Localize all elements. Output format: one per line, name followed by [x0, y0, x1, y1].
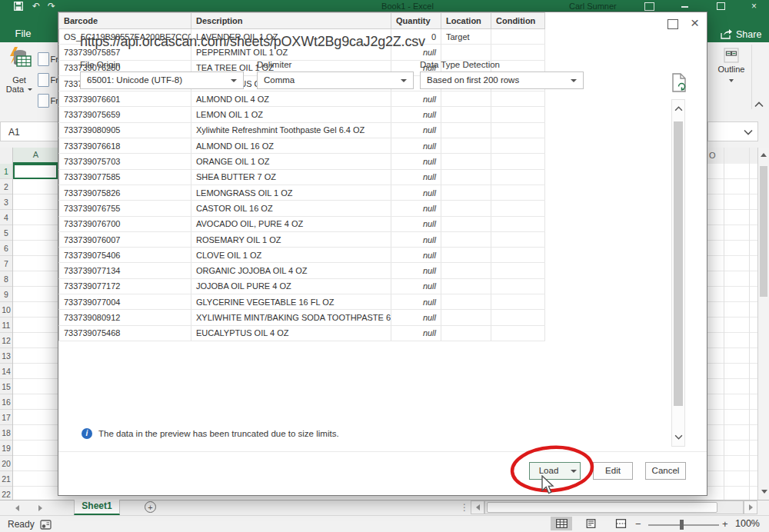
preview-scrollbar[interactable]: [671, 99, 685, 447]
share-icon: [720, 28, 732, 40]
scroll-down-icon[interactable]: [674, 434, 683, 440]
sheet-tab-sheet1[interactable]: Sheet1: [74, 500, 120, 515]
row-header[interactable]: 19: [0, 441, 12, 456]
row-header[interactable]: 17: [0, 410, 12, 425]
load-button[interactable]: Load: [529, 462, 568, 480]
select-all-corner[interactable]: [0, 148, 13, 164]
sheet-nav-prev-icon[interactable]: [15, 505, 19, 511]
preview-cell: null: [391, 278, 441, 294]
row-header[interactable]: 16: [0, 394, 12, 410]
formula-bar-expand-icon[interactable]: [744, 129, 753, 135]
preview-cell: [491, 122, 545, 138]
preview-cell: LEMON OIL 1 OZ: [191, 107, 391, 122]
column-header-a[interactable]: A: [13, 148, 58, 164]
view-normal-button[interactable]: [551, 517, 572, 530]
row-header[interactable]: 11: [0, 318, 12, 333]
column-a-cells[interactable]: [13, 164, 58, 502]
preview-cell: null: [391, 154, 441, 169]
row-header[interactable]: 5: [0, 225, 12, 241]
vertical-scrollbar-thumb[interactable]: [760, 166, 767, 297]
row-header[interactable]: 1: [0, 164, 12, 179]
horizontal-scrollbar-thumb[interactable]: [487, 502, 717, 513]
refresh-preview-icon[interactable]: [671, 73, 687, 92]
preview-column-header[interactable]: Quantity: [391, 13, 441, 29]
row-header[interactable]: 9: [0, 287, 12, 302]
ribbon-display-options-icon[interactable]: [644, 2, 654, 11]
get-data-button[interactable]: Get Data: [2, 46, 37, 112]
edit-button[interactable]: Edit: [593, 462, 633, 480]
preview-column-header[interactable]: Barcode: [59, 13, 191, 29]
zoom-in-button[interactable]: +: [722, 518, 728, 530]
row-header[interactable]: 18: [0, 425, 12, 441]
dialog-close-icon[interactable]: ×: [691, 13, 699, 33]
zoom-slider-thumb[interactable]: [680, 520, 684, 530]
row-header[interactable]: 14: [0, 364, 12, 379]
preview-column-header[interactable]: Location: [441, 13, 491, 29]
view-page-break-button[interactable]: [610, 517, 631, 530]
zoom-slider[interactable]: [648, 524, 719, 526]
scroll-up-icon[interactable]: [761, 153, 767, 157]
ribbon-from-button[interactable]: Fr: [38, 48, 58, 69]
cancel-button[interactable]: Cancel: [645, 462, 686, 480]
row-header[interactable]: 4: [0, 210, 12, 225]
macro-record-icon[interactable]: [40, 520, 52, 530]
dialog-restore-icon[interactable]: [667, 19, 678, 29]
zoom-level[interactable]: 100%: [735, 518, 760, 529]
row-header[interactable]: 13: [0, 348, 12, 364]
row-header[interactable]: 3: [0, 195, 12, 210]
row-header[interactable]: 6: [0, 241, 12, 256]
row-header[interactable]: 10: [0, 302, 12, 318]
scroll-down-icon[interactable]: [761, 490, 767, 494]
tab-splitter-handle[interactable]: ⋮: [460, 500, 469, 515]
hscroll-right-button[interactable]: [744, 500, 757, 514]
outline-button[interactable]: Outline: [712, 45, 751, 112]
undo-icon[interactable]: ↶: [32, 2, 40, 11]
redo-icon[interactable]: ↷: [48, 2, 55, 11]
row-header[interactable]: 21: [0, 471, 12, 487]
zoom-out-button[interactable]: −: [635, 518, 641, 530]
collapse-ribbon-icon[interactable]: [754, 101, 764, 108]
formula-bar[interactable]: [707, 121, 758, 141]
preview-cell: [441, 231, 491, 247]
get-data-label-line1: Get: [2, 75, 37, 85]
preview-cell: [491, 138, 545, 154]
save-icon[interactable]: [14, 2, 23, 11]
scroll-up-icon[interactable]: [674, 106, 683, 111]
preview-scrollbar-thumb[interactable]: [674, 121, 683, 406]
hscroll-left-button[interactable]: [471, 500, 484, 514]
minimize-icon[interactable]: [681, 6, 688, 8]
maximize-icon[interactable]: [717, 2, 725, 10]
load-dropdown-button[interactable]: [568, 462, 581, 480]
preview-table-row: 733739077172JOJOBA OIL PURE 4 OZnull: [59, 278, 545, 294]
row-header[interactable]: 7: [0, 256, 12, 271]
file-origin-select[interactable]: 65001: Unicode (UTF-8): [80, 71, 244, 89]
chevron-down-icon: [571, 79, 577, 82]
row-header[interactable]: 20: [0, 456, 12, 471]
view-page-layout-button[interactable]: [580, 517, 601, 530]
row-header[interactable]: 15: [0, 379, 12, 394]
share-button[interactable]: Share: [720, 28, 761, 40]
outline-label: Outline: [712, 65, 751, 74]
window-title: Book1 - Excel: [323, 2, 492, 11]
grid-fragment[interactable]: [707, 164, 757, 500]
name-box[interactable]: A1: [0, 121, 58, 141]
row-header[interactable]: 2: [0, 179, 12, 195]
add-sheet-button[interactable]: +: [145, 501, 156, 513]
chevron-down-icon: [729, 79, 734, 82]
row-header[interactable]: 12: [0, 333, 12, 348]
data-type-detection-select[interactable]: Based on first 200 rows: [420, 71, 584, 89]
preview-column-header[interactable]: Condition: [491, 13, 545, 29]
selected-cell-a1[interactable]: [13, 164, 58, 179]
file-tab[interactable]: File: [6, 25, 40, 42]
ribbon-from-button[interactable]: Fr: [38, 90, 58, 111]
preview-column-header[interactable]: Description: [191, 13, 391, 29]
row-header[interactable]: 8: [0, 271, 12, 287]
ribbon-from-button[interactable]: Fr: [38, 69, 58, 90]
document-icon: [38, 94, 49, 108]
sheet-nav-next-icon[interactable]: [38, 505, 42, 511]
preview-cell: ALMOND OIL 4 OZ: [191, 91, 391, 107]
vertical-scrollbar[interactable]: [757, 148, 769, 500]
delimiter-select[interactable]: Comma: [257, 71, 414, 89]
excel-close-icon[interactable]: ×: [751, 2, 757, 11]
dialog-source-url: https://api.orcascan.com/sheets/pOXWt2Bg…: [80, 34, 425, 50]
